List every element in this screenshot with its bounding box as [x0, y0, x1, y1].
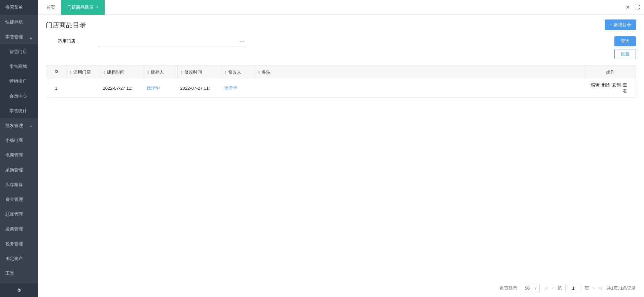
plus-icon: + — [610, 22, 612, 28]
sidebar-funds[interactable]: 资金管理 — [0, 192, 38, 207]
page-header: 门店商品目录 + 新增目录 — [38, 15, 644, 34]
cell-remark — [255, 79, 585, 97]
cell-modify-time: 2022-07-27 11: — [177, 79, 221, 97]
filter-store-input[interactable] — [98, 39, 238, 44]
fullscreen-icon[interactable]: ⛶ — [635, 4, 640, 10]
sidebar-sub-retail-stats[interactable]: 零售统计 — [0, 103, 38, 118]
filter-row: 适用门店 ⋯ 查询 设置 — [38, 34, 644, 65]
col-modify-time[interactable]: ▲▼修改时间 — [177, 66, 221, 79]
sidebar-inventory[interactable]: 库存核算 — [0, 177, 38, 192]
page-input[interactable] — [565, 284, 581, 292]
sidebar-fixed-assets[interactable]: 固定资产 — [0, 251, 38, 266]
view-link[interactable]: 查看 — [623, 82, 627, 93]
cell-modifier: 徐泽华 — [221, 79, 255, 97]
query-button[interactable]: 查询 — [614, 36, 636, 46]
sidebar-retail-mgmt[interactable]: 零售管理 — [0, 30, 38, 44]
main-content: 首页 门店商品目录 × ✕ ⛶ 门店商品目录 + 新增目录 适用门店 ⋯ — [38, 0, 644, 297]
sidebar-sub-smart-store[interactable]: 智慧门店 — [0, 44, 38, 59]
page-title: 门店商品目录 — [46, 20, 86, 30]
sidebar-xiaochang[interactable]: 小畅电商 — [0, 133, 38, 148]
catalog-table: ▲▼适用门店 ▲▼建档时间 ▲▼建档人 ▲▼修改时间 ▲▼修改人 ▲▼备注 操作… — [46, 66, 636, 97]
cell-creator: 徐泽华 — [144, 79, 177, 97]
table-container: ▲▼适用门店 ▲▼建档时间 ▲▼建档人 ▲▼修改时间 ▲▼修改人 ▲▼备注 操作… — [46, 65, 636, 98]
page-suffix: 页 — [585, 285, 589, 291]
last-page-button[interactable]: >| — [598, 286, 602, 291]
sort-icon: ▲▼ — [103, 70, 106, 74]
per-page-label: 每页显示 — [500, 285, 517, 291]
tab-store-catalog[interactable]: 门店商品目录 × — [61, 0, 105, 15]
chevron-up-icon — [28, 35, 32, 40]
sidebar-quick-nav[interactable]: 快捷导航 — [0, 15, 38, 30]
chevron-down-icon — [28, 123, 32, 128]
gear-icon — [16, 288, 22, 293]
cell-actions: 编辑 删除 复制 查看 — [585, 79, 636, 97]
setting-button[interactable]: 设置 — [614, 49, 636, 59]
next-page-button[interactable]: > — [593, 286, 595, 291]
sidebar-sub-member[interactable]: 会员中心 — [0, 89, 38, 103]
row-number: 1 — [46, 79, 66, 97]
sidebar-ecommerce[interactable]: 电商管理 — [0, 148, 38, 163]
tab-bar: 首页 门店商品目录 × ✕ ⛶ — [38, 0, 644, 15]
cell-create-time: 2022-07-27 11: — [100, 79, 144, 97]
pagination-summary: 共1页, 1条记录 — [607, 285, 636, 291]
delete-link[interactable]: 删除 — [602, 82, 610, 87]
sidebar-wholesale[interactable]: 批发管理 — [0, 118, 38, 133]
col-creator[interactable]: ▲▼建档人 — [144, 66, 177, 79]
sidebar-settings-button[interactable] — [0, 284, 38, 297]
sidebar-tax[interactable]: 税务管理 — [0, 237, 38, 251]
close-all-icon[interactable]: ✕ — [625, 4, 630, 10]
chevron-down-icon: ∨ — [534, 286, 537, 290]
table-row[interactable]: 1 2022-07-27 11: 徐泽华 2022-07-27 11: 徐泽华 … — [46, 79, 636, 97]
sidebar-sub-marketing[interactable]: 营销推广 — [0, 74, 38, 89]
col-settings[interactable] — [46, 66, 66, 79]
col-ops: 操作 — [585, 66, 636, 79]
col-remark[interactable]: ▲▼备注 — [255, 66, 585, 79]
per-page-select[interactable]: 50 ∨ — [522, 284, 540, 292]
sort-icon: ▲▼ — [258, 70, 261, 74]
modifier-link[interactable]: 徐泽华 — [224, 85, 237, 90]
prev-page-button[interactable]: < — [551, 286, 554, 291]
sidebar-invoice[interactable]: 发票管理 — [0, 222, 38, 237]
sort-icon: ▲▼ — [69, 70, 72, 74]
sidebar-search-menu[interactable]: 搜索菜单 — [0, 0, 38, 15]
sidebar-sub-retail-mall[interactable]: 零售商城 — [0, 59, 38, 74]
edit-link[interactable]: 编辑 — [591, 82, 600, 87]
sort-icon: ▲▼ — [147, 70, 150, 74]
page-prefix: 第 — [558, 285, 562, 291]
sidebar-gl[interactable]: 总账管理 — [0, 207, 38, 222]
sidebar-purchase[interactable]: 采购管理 — [0, 163, 38, 177]
col-create-time[interactable]: ▲▼建档时间 — [100, 66, 144, 79]
gear-icon — [53, 69, 59, 74]
cell-store — [66, 79, 100, 97]
first-page-button[interactable]: |< — [544, 286, 548, 291]
sort-icon: ▲▼ — [180, 70, 183, 74]
copy-link[interactable]: 复制 — [612, 82, 621, 87]
filter-store-label: 适用门店 — [58, 36, 98, 44]
sidebar-salary[interactable]: 工资 — [0, 266, 38, 281]
creator-link[interactable]: 徐泽华 — [147, 85, 160, 90]
close-icon[interactable]: × — [96, 5, 99, 10]
pagination: 每页显示 50 ∨ |< < 第 页 > >| 共1页, 1条记录 — [500, 284, 636, 292]
col-store[interactable]: ▲▼适用门店 — [66, 66, 100, 79]
sort-icon: ▲▼ — [224, 70, 227, 74]
col-modifier[interactable]: ▲▼修改人 — [221, 66, 255, 79]
tab-home[interactable]: 首页 — [40, 0, 61, 15]
add-catalog-button[interactable]: + 新增目录 — [605, 19, 636, 30]
sidebar: 搜索菜单 快捷导航 零售管理 智慧门店 零售商城 营销推广 会员中心 零售统计 … — [0, 0, 38, 297]
more-icon[interactable]: ⋯ — [238, 38, 246, 44]
